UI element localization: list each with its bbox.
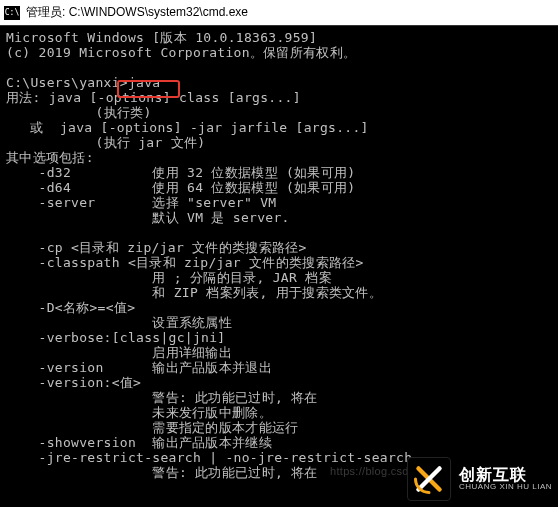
highlight-box [117,80,180,98]
terminal-output[interactable]: Microsoft Windows [版本 10.0.18363.959] (c… [0,26,558,484]
logo-watermark: 创新互联 CHUANG XIN HU LIAN [407,457,552,501]
window-title: 管理员: C:\WINDOWS\system32\cmd.exe [26,4,248,21]
logo-badge [407,457,451,501]
logo-x-icon [411,461,447,497]
cmd-icon-glyph: C:\ [5,8,19,17]
logo-text-cn: 创新互联 [459,466,552,484]
logo-text-en: CHUANG XIN HU LIAN [459,483,552,492]
logo-text: 创新互联 CHUANG XIN HU LIAN [459,466,552,492]
window-titlebar: C:\ 管理员: C:\WINDOWS\system32\cmd.exe [0,0,558,26]
cmd-icon: C:\ [4,6,20,20]
